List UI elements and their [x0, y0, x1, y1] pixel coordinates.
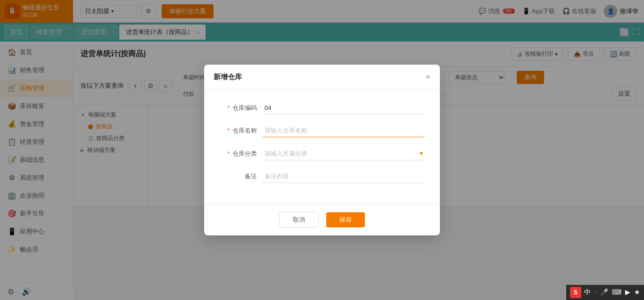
save-button[interactable]: 保存 — [326, 212, 365, 227]
cancel-button[interactable]: 取消 — [279, 212, 319, 228]
modal-overlay[interactable]: 新增仓库 × * 仓库编码 * 仓库名称 — [0, 0, 644, 300]
required-star: * — [227, 104, 230, 111]
modal-close-button[interactable]: × — [425, 72, 430, 82]
category-dropdown-icon[interactable]: ▾ — [420, 150, 423, 157]
footer-action-icons: 中 · 🎤 ⌨ ▶ ★ — [584, 288, 640, 297]
warehouse-name-input[interactable] — [263, 124, 425, 137]
warehouse-category-input[interactable] — [264, 150, 420, 157]
footer-cn-icon[interactable]: 中 — [584, 288, 591, 297]
brand-s-icon: S — [570, 287, 581, 298]
modal-body: * 仓库编码 * 仓库名称 * 仓库分类 — [204, 90, 440, 204]
remark-input[interactable] — [263, 170, 425, 183]
required-star-3: * — [227, 150, 230, 157]
form-row-warehouse-category: * 仓库分类 ▾ — [219, 147, 425, 160]
form-row-warehouse-code: * 仓库编码 — [219, 101, 425, 115]
warehouse-category-select[interactable]: ▾ — [263, 147, 425, 160]
footer-mic-icon[interactable]: 🎤 — [600, 288, 608, 297]
warehouse-name-label: * 仓库名称 — [219, 126, 257, 135]
required-star-2: * — [227, 127, 230, 134]
form-row-warehouse-name: * 仓库名称 — [219, 124, 425, 137]
modal-title: 新增仓库 — [214, 73, 242, 82]
warehouse-code-input[interactable] — [263, 101, 425, 115]
footer-dot-icon[interactable]: · — [594, 288, 596, 297]
footer-play-icon[interactable]: ▶ — [625, 288, 630, 297]
modal-footer: 取消 保存 — [204, 204, 440, 235]
warehouse-category-label: * 仓库分类 — [219, 150, 257, 158]
footer-keyboard-icon[interactable]: ⌨ — [612, 288, 621, 297]
footer-brand-bar: S 中 · 🎤 ⌨ ▶ ★ — [566, 285, 644, 300]
remark-label: 备注 — [219, 172, 257, 181]
footer-star-icon[interactable]: ★ — [634, 288, 640, 297]
form-row-remark: 备注 — [219, 170, 425, 183]
modal-header: 新增仓库 × — [204, 65, 440, 90]
new-warehouse-modal: 新增仓库 × * 仓库编码 * 仓库名称 — [204, 65, 440, 235]
warehouse-code-label: * 仓库编码 — [219, 104, 257, 112]
